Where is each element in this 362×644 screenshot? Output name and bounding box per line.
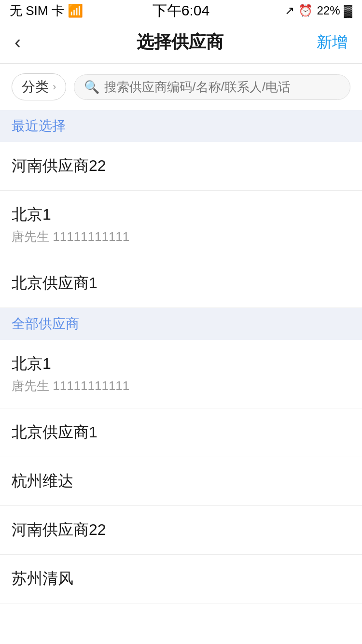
status-time: 下午6:04 bbox=[153, 1, 209, 21]
category-button[interactable]: 分类 › bbox=[12, 73, 66, 100]
item-name: 河南供应商22 bbox=[12, 155, 350, 177]
battery-icon: ▓ bbox=[344, 4, 353, 17]
item-name: 北京1 bbox=[12, 353, 350, 375]
search-input[interactable] bbox=[104, 80, 340, 95]
location-icon: ↗ bbox=[285, 4, 294, 17]
all-list: 北京1 唐先生 11111111111 北京供应商1 杭州维达 河南供应商22 … bbox=[0, 340, 362, 603]
status-left: 无 SIM 卡 📶 bbox=[10, 2, 83, 19]
back-button[interactable]: ‹ bbox=[14, 31, 43, 53]
item-name: 杭州维达 bbox=[12, 471, 350, 492]
list-item[interactable]: 北京1 唐先生 11111111111 bbox=[0, 191, 362, 259]
search-box: 🔍 bbox=[74, 74, 350, 100]
list-item[interactable]: 北京1 唐先生 11111111111 bbox=[0, 340, 362, 408]
alarm-icon: ⏰ bbox=[298, 4, 313, 17]
recent-section-header: 最近选择 bbox=[0, 110, 362, 142]
item-sub: 唐先生 11111111111 bbox=[12, 228, 350, 245]
battery-level: 22% bbox=[317, 4, 340, 17]
list-item[interactable]: 河南供应商22 bbox=[0, 142, 362, 191]
page-title: 选择供应商 bbox=[137, 30, 223, 54]
list-item[interactable]: 苏州清风 bbox=[0, 555, 362, 603]
chevron-icon: › bbox=[53, 81, 56, 93]
item-name: 北京供应商1 bbox=[12, 422, 350, 443]
category-label: 分类 bbox=[22, 78, 49, 96]
filter-bar: 分类 › 🔍 bbox=[0, 64, 362, 110]
all-section-header: 全部供应商 bbox=[0, 308, 362, 340]
add-button[interactable]: 新增 bbox=[317, 32, 348, 53]
item-sub: 唐先生 11111111111 bbox=[12, 378, 350, 394]
status-bar: 无 SIM 卡 📶 下午6:04 ↗ ⏰ 22% ▓ bbox=[0, 0, 362, 21]
item-name: 北京供应商1 bbox=[12, 273, 350, 294]
nav-bar: ‹ 选择供应商 新增 bbox=[0, 21, 362, 64]
search-icon: 🔍 bbox=[84, 80, 99, 95]
status-right: ↗ ⏰ 22% ▓ bbox=[285, 4, 352, 17]
list-item[interactable]: 杭州维达 bbox=[0, 457, 362, 506]
recent-list: 河南供应商22 北京1 唐先生 11111111111 北京供应商1 bbox=[0, 142, 362, 308]
list-item[interactable]: 河南供应商22 bbox=[0, 506, 362, 555]
list-item[interactable]: 北京供应商1 bbox=[0, 259, 362, 308]
item-name: 苏州清风 bbox=[12, 568, 350, 589]
item-name: 河南供应商22 bbox=[12, 519, 350, 541]
list-item[interactable]: 北京供应商1 bbox=[0, 408, 362, 457]
item-name: 北京1 bbox=[12, 204, 350, 225]
